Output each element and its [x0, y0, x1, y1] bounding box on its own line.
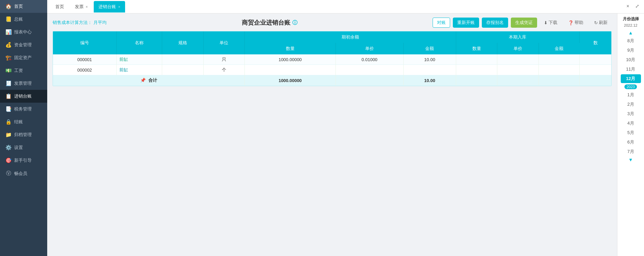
cell-opening-qty: 1000.00000 [245, 54, 335, 65]
sidebar-item-guide[interactable]: 🎯 新手引导 [0, 154, 47, 167]
cell-code: 000002 [53, 65, 116, 75]
generate-voucher-button[interactable]: 生成凭证 [511, 18, 537, 28]
page-title-text: 商贸企业进销台账 [242, 19, 290, 27]
reconcile-button[interactable]: 对账 [433, 18, 450, 28]
download-button[interactable]: ⬇ 下载 [540, 18, 561, 27]
month-item-2023-1[interactable]: 1月 [621, 91, 641, 99]
sidebar-item-label: 资金管理 [14, 42, 32, 48]
cell-name: 前缸 [116, 54, 162, 65]
sidebar-item-ledgerbook[interactable]: 📋 进销台账 [0, 90, 47, 103]
tax-icon: 📑 [5, 106, 11, 112]
month-selector-title: 月份选择 [623, 16, 639, 22]
ledger-icon: 📒 [5, 16, 11, 22]
sidebar-item-reports[interactable]: 📊 报表中心 [0, 26, 47, 39]
col-in-price: 单价 [497, 43, 539, 54]
table-container: 编号 名称 规格 单位 期初余额 本期入库 数 数量 单价 金额 数 [53, 31, 612, 86]
month-item-2023-3[interactable]: 3月 [621, 109, 641, 118]
month-item-11[interactable]: 11月 [621, 65, 641, 74]
sidebar-item-assets[interactable]: 🏗️ 固定资产 [0, 51, 47, 64]
sidebar-item-invoice[interactable]: 🧾 发票管理 [0, 77, 47, 90]
cost-method: 销售成本计算方法： 月平均 [53, 20, 107, 26]
cell-spec [162, 54, 204, 65]
cell-in-price [497, 54, 539, 65]
tab-home[interactable]: 首页 [51, 1, 69, 12]
col-in-group: 本期入库 [456, 31, 579, 43]
month-item-12[interactable]: 12月 [621, 74, 641, 83]
cell-extra [580, 65, 611, 75]
help-label: 帮助 [575, 20, 583, 26]
sidebar-item-label: 总账 [14, 16, 23, 22]
sidebar-item-label: 固定资产 [14, 55, 32, 61]
reports-icon: 📊 [5, 29, 11, 35]
cell-name: 前缸 [116, 65, 162, 75]
funds-icon: 💰 [5, 42, 11, 48]
col-code: 编号 [53, 31, 116, 54]
cell-unit: 个 [203, 65, 245, 75]
help-button[interactable]: ❓ 帮助 [564, 18, 587, 27]
total-text: 合计 [148, 78, 157, 83]
tab-ledgerbook[interactable]: 进销台账 × [94, 1, 125, 12]
tab-invoice[interactable]: 发票 × [70, 1, 92, 12]
tab-invoice-close[interactable]: × [86, 5, 88, 9]
assets-icon: 🏗️ [5, 55, 11, 61]
month-item-10[interactable]: 10月 [621, 55, 641, 64]
refresh-icon: ↻ [594, 20, 598, 25]
save-alias-button[interactable]: 存报别名 [482, 18, 508, 28]
month-item-2023-2[interactable]: 2月 [621, 100, 641, 109]
cell-extra [580, 54, 611, 65]
reopen-button[interactable]: 重新开账 [453, 18, 479, 28]
month-scroll-down[interactable]: ▼ [627, 156, 635, 163]
table-row: 000002 前缸 个 [53, 65, 611, 75]
cost-method-value: 月平均 [93, 20, 107, 25]
col-in-amount: 金额 [539, 43, 580, 54]
month-item-2023-7[interactable]: 7月 [621, 147, 641, 156]
sidebar-item-label: 进销台账 [14, 93, 32, 99]
total-in-amount [539, 75, 580, 86]
maximize-button[interactable]: ⤢ [634, 3, 641, 9]
refresh-label: 刷新 [599, 20, 608, 26]
sidebar-item-settings[interactable]: ⚙️ 设置 [0, 141, 47, 154]
total-in-price [497, 75, 539, 86]
sidebar-item-checkout[interactable]: 🔒 结账 [0, 116, 47, 128]
sidebar-item-label: 工资 [14, 68, 23, 74]
sidebar-item-label: 新手引导 [14, 157, 32, 163]
cell-in-amount [539, 65, 580, 75]
sidebar-item-home[interactable]: 🏠 首页 [0, 0, 47, 13]
name-link[interactable]: 前缸 [119, 67, 128, 72]
cell-in-qty [456, 54, 497, 65]
sidebar-item-ledger[interactable]: 📒 总账 [0, 13, 47, 26]
sidebar-item-label: 设置 [14, 145, 23, 151]
sidebar-item-funds[interactable]: 💰 资金管理 [0, 39, 47, 51]
month-selector: 月份选择 2022.12 ▲ 8月 9月 10月 11月 12月 2023 1月… [617, 14, 644, 256]
sidebar-item-member[interactable]: Ⓥ 畅会员 [0, 167, 47, 180]
month-scroll-up[interactable]: ▲ [627, 29, 635, 36]
page-title: 商贸企业进销台账 ⓘ [242, 19, 297, 27]
cell-in-price [497, 65, 539, 75]
month-item-8[interactable]: 8月 [621, 36, 641, 45]
tab-ledgerbook-close[interactable]: × [118, 5, 120, 9]
sidebar-item-salary[interactable]: 💵 工资 [0, 64, 47, 77]
col-opening-qty: 数量 [245, 43, 335, 54]
sidebar-item-label: 畅会员 [14, 171, 27, 177]
close-button[interactable]: × [624, 3, 631, 9]
sidebar-item-archive[interactable]: 📁 归档管理 [0, 128, 47, 141]
sidebar-item-tax[interactable]: 📑 税务管理 [0, 103, 47, 116]
member-icon: Ⓥ [5, 170, 11, 177]
main-area: 首页 发票 × 进销台账 × × ⤢ 销售成本计算方法： 月平均 [47, 0, 644, 256]
total-row: 📌 合计 1000.00000 10.00 [53, 75, 611, 86]
window-controls: × ⤢ [624, 3, 641, 9]
sidebar-item-label: 结账 [14, 119, 23, 125]
help-icon: ❓ [568, 20, 574, 25]
month-item-2023-4[interactable]: 4月 [621, 119, 641, 128]
info-icon[interactable]: ⓘ [292, 20, 297, 26]
refresh-button[interactable]: ↻ 刷新 [590, 18, 612, 27]
col-extra: 数 [580, 31, 611, 54]
settings-icon: ⚙️ [5, 145, 11, 151]
cell-opening-price: 0.01000 [335, 54, 403, 65]
month-item-2023-5[interactable]: 5月 [621, 128, 641, 137]
sidebar-item-label: 税务管理 [14, 106, 32, 112]
month-item-2023-6[interactable]: 6月 [621, 138, 641, 147]
cell-spec [162, 65, 204, 75]
month-item-9[interactable]: 9月 [621, 46, 641, 55]
col-spec: 规格 [162, 31, 204, 54]
